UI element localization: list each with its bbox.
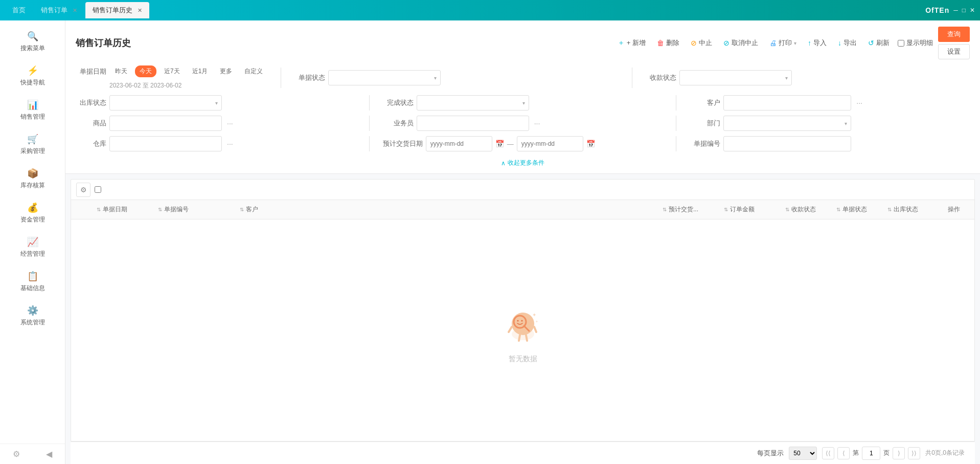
svg-line-9 [526, 335, 527, 341]
complete-status-select[interactable] [417, 95, 529, 111]
th-amount[interactable]: ⇅ 订单金额 [719, 205, 780, 214]
print-icon: 🖨 [769, 39, 777, 47]
import-btn[interactable]: ↑ 导入 [805, 36, 830, 50]
sidebar-item-search-menu[interactable]: 🔍 搜索菜单 [0, 25, 65, 59]
th-delivery[interactable]: ⇅ 预计交货... [657, 205, 719, 214]
import-label: 导入 [813, 38, 827, 48]
sort-date-icon: ⇅ [97, 207, 101, 212]
page-number-input[interactable] [862, 447, 880, 460]
delivery-date-label: 预计交货日期 [383, 139, 423, 148]
th-docno[interactable]: ⇅ 单据编号 [153, 205, 235, 214]
th-out-status[interactable]: ⇅ 出库状态 [882, 205, 933, 214]
sidebar-item-purchase-mgmt[interactable]: 🛒 采购管理 [0, 127, 65, 162]
th-date[interactable]: ⇅ 单据日期 [92, 205, 153, 214]
tab-sales-order-history-label: 销售订单历史 [93, 6, 132, 15]
content-area: 销售订单历史 ＋ + 新增 🗑 删除 ⊘ 中止 ⊘ [65, 20, 980, 464]
new-btn[interactable]: ＋ + 新增 [614, 36, 649, 50]
warehouse-label: 仓库 [76, 139, 106, 148]
svg-text:✦: ✦ [532, 312, 536, 318]
goods-label: 商品 [76, 119, 106, 128]
goods-input[interactable] [109, 116, 222, 131]
date-btn-today[interactable]: 今天 [135, 65, 156, 77]
window-close[interactable]: ✕ [970, 7, 975, 14]
new-label: + 新增 [627, 38, 646, 48]
date-btn-custom[interactable]: 自定义 [240, 65, 267, 77]
date-btn-1month[interactable]: 近1月 [188, 65, 213, 77]
customer-input[interactable] [723, 95, 851, 111]
query-btn[interactable]: 查询 [938, 27, 970, 42]
sidebar-item-operations[interactable]: 📈 经营管理 [0, 230, 65, 264]
tab-sales-order-history[interactable]: 销售订单历史 ✕ [85, 2, 149, 18]
date-btn-7days[interactable]: 近7天 [159, 65, 185, 77]
page-title: 销售订单历史 [76, 37, 131, 49]
svg-line-7 [534, 327, 536, 332]
tab-sales-order-close[interactable]: ✕ [73, 7, 77, 14]
sidebar-item-sales-mgmt[interactable]: 📊 销售管理 [0, 93, 65, 127]
page-size-select[interactable]: 50 20 100 [789, 447, 817, 460]
page-next-btn[interactable]: ⟩ [893, 447, 905, 459]
date-btn-yesterday[interactable]: 昨天 [110, 65, 132, 77]
tab-sales-order[interactable]: 销售订单 ✕ [34, 2, 84, 18]
salesperson-dotdot-btn[interactable]: ··· [532, 119, 542, 127]
goods-dotdot-btn[interactable]: ··· [225, 119, 235, 127]
warehouse-dotdot-btn[interactable]: ··· [225, 140, 235, 148]
sidebar-collapse-btn[interactable]: ◀ [46, 449, 52, 459]
page-label-pre: 第 [853, 449, 859, 457]
pay-status-select[interactable] [679, 70, 792, 85]
delivery-date-to-input[interactable] [517, 136, 583, 151]
th-doc-status[interactable]: ⇅ 单据状态 [831, 205, 882, 214]
table-gear-btn[interactable]: ⚙ [76, 183, 90, 197]
stop-btn[interactable]: ⊘ 中止 [688, 36, 715, 50]
salesperson-input[interactable] [417, 116, 529, 131]
svg-line-8 [519, 335, 520, 341]
tab-home[interactable]: 首页 [5, 2, 33, 18]
docno-input[interactable] [723, 136, 851, 151]
delivery-date-to-cal-icon[interactable]: 📅 [586, 140, 595, 148]
delivery-date-from-input[interactable] [426, 136, 492, 151]
th-pay-status[interactable]: ⇅ 收款状态 [780, 205, 831, 214]
window-minimize[interactable]: ─ [953, 7, 958, 14]
show-detail-container: 显示明细 [898, 38, 933, 48]
sidebar-item-basic-info[interactable]: 📋 基础信息 [0, 264, 65, 299]
sidebar-item-quick-nav[interactable]: ⚡ 快捷导航 [0, 59, 65, 93]
table-select-all-checkbox[interactable] [95, 186, 101, 193]
dept-select[interactable] [723, 116, 851, 131]
show-detail-checkbox[interactable] [898, 40, 904, 47]
dept-label: 部门 [690, 119, 720, 128]
sidebar-item-inventory[interactable]: 📦 库存核算 [0, 162, 65, 196]
refresh-btn[interactable]: ↺ 刷新 [865, 36, 893, 50]
pagination-footer: 每页显示 50 20 100 ⟨⟨ ⟨ 第 页 ⟩ ⟩⟩ 共0页,0条记录 [71, 441, 975, 464]
doc-status-select[interactable] [328, 70, 441, 85]
collapse-btn[interactable]: ∧ 收起更多条件 [501, 159, 544, 167]
out-status-select[interactable] [109, 95, 222, 111]
cancel-stop-btn[interactable]: ⊘ 取消中止 [720, 36, 761, 50]
collapse-label: 收起更多条件 [508, 159, 544, 167]
page-first-btn[interactable]: ⟨⟨ [822, 447, 834, 459]
page-last-btn[interactable]: ⟩⟩ [908, 447, 920, 459]
page-prev-btn[interactable]: ⟨ [837, 447, 850, 459]
tab-sales-order-history-close[interactable]: ✕ [138, 7, 142, 14]
window-maximize[interactable]: □ [962, 7, 966, 14]
date-btn-more[interactable]: 更多 [215, 65, 237, 77]
date-range-display: 2023-06-02 至 2023-06-02 [109, 81, 181, 90]
date-field: 单据日期 昨天 今天 近7天 近1月 更多 自定义 2023-06-02 至 2… [76, 65, 267, 90]
settings-btn[interactable]: 设置 [938, 44, 970, 59]
dept-select-wrapper: ▾ [723, 116, 851, 131]
warehouse-input[interactable] [109, 136, 222, 151]
export-btn[interactable]: ↓ 导出 [835, 36, 860, 50]
delete-btn[interactable]: 🗑 删除 [654, 36, 682, 50]
goods-field: 商品 ··· [76, 116, 356, 131]
sidebar-item-system[interactable]: ⚙️ 系统管理 [0, 299, 65, 333]
customer-dotdot-btn[interactable]: ··· [854, 99, 864, 107]
topbar: 首页 销售订单 ✕ 销售订单历史 ✕ OfTEn ─ □ ✕ [0, 0, 980, 20]
sidebar-item-operations-label: 经营管理 [20, 250, 45, 258]
sidebar-item-finance[interactable]: 💰 资金管理 [0, 196, 65, 230]
print-btn[interactable]: 🖨 打印 ▾ [766, 36, 800, 50]
topbar-right: OfTEn ─ □ ✕ [925, 6, 975, 14]
stop-label: 中止 [699, 38, 712, 48]
sidebar-settings-btn[interactable]: ⚙ [13, 449, 20, 459]
th-action: 操作 [933, 205, 974, 214]
th-customer[interactable]: ⇅ 客户 [235, 205, 657, 214]
customer-field: 客户 ··· [690, 95, 970, 111]
delivery-date-from-cal-icon[interactable]: 📅 [495, 140, 504, 148]
